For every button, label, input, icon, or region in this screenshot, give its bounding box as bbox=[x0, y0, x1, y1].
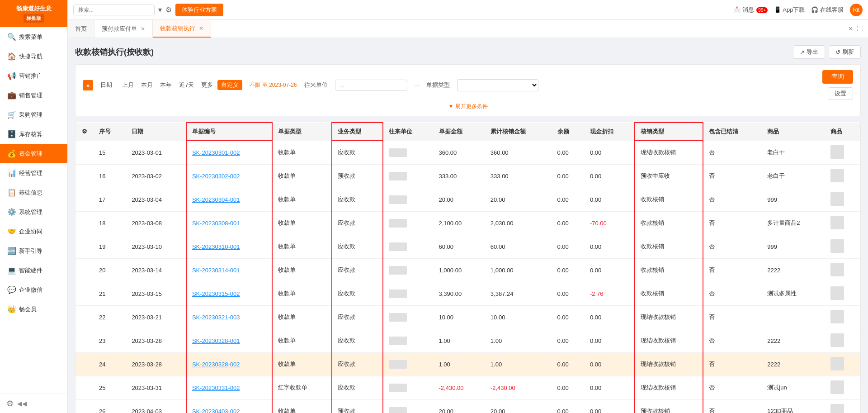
cell-writeoff-type: 现结收款核销 bbox=[635, 305, 703, 329]
this-year-btn[interactable]: 本年 bbox=[157, 80, 175, 90]
sidebar-item-enterprise[interactable]: 🤝企业协同 bbox=[0, 222, 67, 241]
voucher-no-link[interactable]: SK-20230331-002 bbox=[192, 385, 240, 391]
voucher-no-link[interactable]: SK-20230301-002 bbox=[192, 149, 240, 156]
user-avatar[interactable]: Rit bbox=[850, 4, 863, 16]
sidebar-marketing-label: 营销推广 bbox=[19, 72, 42, 80]
table-row: 26 2023-04-03 SK-20230403-002 收款单 预收款 20… bbox=[75, 399, 860, 413]
tab-expand-icon[interactable]: ⛶ bbox=[857, 25, 863, 32]
table-row: 25 2023-03-31 SK-20230331-002 红字收款单 应收款 … bbox=[75, 376, 860, 399]
voucher-no-link[interactable]: SK-20230302-002 bbox=[192, 173, 240, 180]
sidebar-item-newguide[interactable]: 🆕新手引导 bbox=[0, 241, 67, 261]
filter-collapse-icon[interactable]: » bbox=[83, 80, 93, 90]
this-month-btn[interactable]: 本月 bbox=[138, 80, 156, 90]
cell-settings bbox=[75, 235, 94, 258]
cell-voucher-no: SK-20230403-002 bbox=[186, 399, 272, 413]
cell-balance: 0.00 bbox=[552, 352, 585, 376]
voucher-no-link[interactable]: SK-20230328-001 bbox=[192, 337, 240, 344]
search-input[interactable] bbox=[73, 5, 155, 15]
sidebar-item-inventory[interactable]: 🗄️库存核算 bbox=[0, 124, 67, 144]
voucher-no-link[interactable]: SK-20230310-001 bbox=[192, 243, 240, 250]
cell-settings bbox=[75, 188, 94, 211]
tab-prepay[interactable]: 预付款应付单 ✕ bbox=[94, 20, 153, 38]
sidebar-item-basic[interactable]: 📋基础信息 bbox=[0, 183, 67, 202]
col-settings[interactable]: ⚙ bbox=[75, 123, 94, 141]
sidebar-item-guide[interactable]: 🏠快捷导航 bbox=[0, 47, 67, 66]
cell-product2 bbox=[825, 352, 860, 376]
tab-prepay-close-icon[interactable]: ✕ bbox=[141, 26, 145, 32]
table-row: 20 2023-03-14 SK-20230314-001 收款单 应收款 1,… bbox=[75, 258, 860, 282]
cell-biz-type: 应收款 bbox=[332, 188, 383, 211]
logo-text: 畅康道好生意 bbox=[16, 5, 52, 13]
cell-cash-discount: -2.76 bbox=[585, 282, 635, 305]
sidebar-item-purchase[interactable]: 🛒采购管理 bbox=[0, 105, 67, 124]
cell-amount: -2,430.00 bbox=[434, 376, 485, 399]
col-cumulative: 累计核销金额 bbox=[485, 123, 552, 141]
last7days-btn[interactable]: 近7天 bbox=[176, 80, 197, 90]
column-settings-icon[interactable]: ⚙ bbox=[82, 128, 87, 135]
col-date: 日期 bbox=[126, 123, 186, 141]
logo-sub: 标推版 bbox=[24, 14, 44, 23]
tab-collection[interactable]: 收款核销执行 ✕ bbox=[153, 20, 211, 38]
cell-balance: 0.00 bbox=[552, 211, 585, 235]
sidebar-item-wechat[interactable]: 💬企业微信 bbox=[0, 280, 67, 299]
voucher-no-link[interactable]: SK-20230314-001 bbox=[192, 267, 240, 274]
refresh-button[interactable]: ↺ 刷新 bbox=[829, 45, 861, 59]
cell-balance: 0.00 bbox=[552, 305, 585, 329]
cell-balance: 0.00 bbox=[552, 282, 585, 305]
cell-include-settled: 否 bbox=[703, 211, 762, 235]
cell-seq: 20 bbox=[94, 258, 126, 282]
tab-close-all-icon[interactable]: ✕ bbox=[848, 25, 853, 32]
collapse-icon[interactable]: ◀◀ bbox=[17, 400, 27, 407]
cell-settings bbox=[75, 282, 94, 305]
tab-collection-close-icon[interactable]: ✕ bbox=[199, 25, 203, 32]
setting-button[interactable]: 设置 bbox=[828, 87, 853, 100]
cell-cash-discount: 0.00 bbox=[585, 141, 635, 164]
sidebar-item-sales[interactable]: 💼销售管理 bbox=[0, 85, 67, 105]
cell-settings bbox=[75, 352, 94, 376]
cell-writeoff-type: 现结收款核销 bbox=[635, 141, 703, 164]
message-label[interactable]: 📩 消息 99+ bbox=[733, 6, 768, 14]
partner-filter-input[interactable] bbox=[335, 80, 407, 91]
cell-balance: 0.00 bbox=[552, 329, 585, 352]
cell-product1: 999 bbox=[762, 235, 825, 258]
cell-settings bbox=[75, 164, 94, 188]
sidebar-member-icon: 👑 bbox=[7, 305, 15, 313]
voucher-no-link[interactable]: SK-20230321-003 bbox=[192, 314, 240, 321]
industry-solution-button[interactable]: 体验行业方案 bbox=[175, 4, 223, 16]
settings-gear-icon[interactable]: ⚙ bbox=[165, 5, 172, 14]
settings-icon[interactable]: ⚙ bbox=[6, 399, 14, 408]
voucher-no-link[interactable]: SK-20230304-001 bbox=[192, 196, 240, 203]
online-service-link[interactable]: 🎧 在线客服 bbox=[811, 6, 844, 14]
sidebar-item-operation[interactable]: 📊经营管理 bbox=[0, 163, 67, 183]
custom-date-btn[interactable]: 自定义 bbox=[217, 80, 242, 90]
cell-cumulative: -2,430.00 bbox=[485, 376, 552, 399]
query-button[interactable]: 查询 bbox=[822, 70, 853, 84]
voucher-no-link[interactable]: SK-20230328-002 bbox=[192, 361, 240, 368]
cell-writeoff-type: 收款核销 bbox=[635, 188, 703, 211]
voucher-type-filter-select[interactable] bbox=[457, 79, 538, 91]
sidebar-newguide-icon: 🆕 bbox=[7, 247, 15, 255]
voucher-no-link[interactable]: SK-20230315-002 bbox=[192, 290, 240, 297]
sidebar-item-marketing[interactable]: 📢营销推广 bbox=[0, 66, 67, 85]
cell-amount: 60.00 bbox=[434, 235, 485, 258]
cell-product1: 2222 bbox=[762, 329, 825, 352]
voucher-no-link[interactable]: SK-20230308-001 bbox=[192, 220, 240, 227]
topbar-right: 📩 消息 99+ 📱 App下载 🎧 在线客服 Rit bbox=[733, 4, 863, 16]
more-date-btn[interactable]: 更多 bbox=[198, 80, 216, 90]
voucher-no-link[interactable]: SK-20230403-002 bbox=[192, 408, 240, 413]
cell-biz-type: 应收款 bbox=[332, 376, 383, 399]
chevron-down-icon[interactable]: ▾ bbox=[158, 5, 162, 14]
sidebar-item-search[interactable]: 🔍搜索菜单 bbox=[0, 27, 67, 47]
sidebar-item-member[interactable]: 👑畅会员 bbox=[0, 299, 67, 319]
sidebar-item-finance[interactable]: 💰资金管理 bbox=[0, 144, 67, 163]
cell-cumulative: 360.00 bbox=[485, 141, 552, 164]
tab-home[interactable]: 首页 bbox=[68, 20, 94, 38]
expand-more-conditions-btn[interactable]: ▼ 展开更多条件 bbox=[448, 103, 487, 110]
sidebar-item-system[interactable]: ⚙️系统管理 bbox=[0, 202, 67, 222]
last-month-btn[interactable]: 上月 bbox=[119, 80, 137, 90]
sidebar-item-hardware[interactable]: 💻智能硬件 bbox=[0, 261, 67, 280]
app-download-link[interactable]: 📱 App下载 bbox=[774, 6, 805, 14]
export-button[interactable]: ↗ 导出 bbox=[793, 45, 825, 59]
cell-cash-discount: 0.00 bbox=[585, 164, 635, 188]
cell-voucher-type: 收款单 bbox=[272, 305, 332, 329]
